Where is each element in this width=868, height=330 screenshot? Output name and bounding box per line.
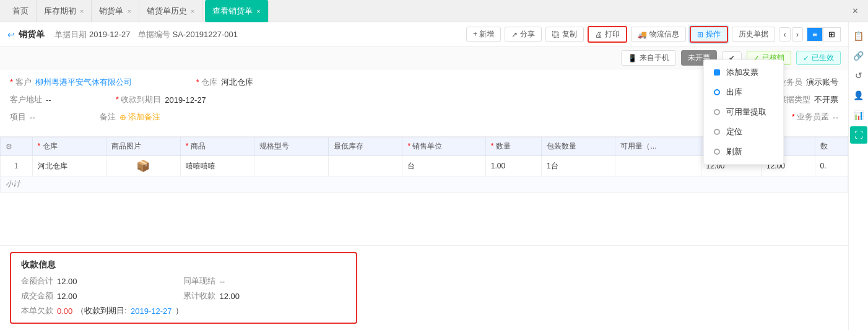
print-button[interactable]: 🖨 打印 xyxy=(588,26,627,43)
address-label: 客户地址 xyxy=(10,94,42,105)
tab-sales-order[interactable]: 销货单 × xyxy=(92,0,139,22)
next-button[interactable]: › xyxy=(792,27,803,41)
prev-button[interactable]: ‹ xyxy=(779,27,790,41)
share-icon: ↗ xyxy=(511,30,518,39)
status-2-label: 已生效 xyxy=(812,53,834,63)
dropdown-add-invoice[interactable]: 添加发票 xyxy=(704,63,783,82)
add-note-button[interactable]: ⊕ 添加备注 xyxy=(119,111,160,123)
owe-value: 0.00 xyxy=(57,306,72,316)
same-order-value: -- xyxy=(219,277,225,286)
tab-sales-close[interactable]: × xyxy=(127,7,131,15)
cumulative-label: 累计收款 xyxy=(183,290,215,302)
payment-info-title: 收款信息 xyxy=(21,259,346,271)
dropdown-outbound[interactable]: 出库 xyxy=(704,82,783,102)
address-field: 客户地址 -- xyxy=(10,94,51,105)
owe-row: 本单欠款 0.00 （收款到期日: 2019-12-27 ） xyxy=(21,305,183,316)
add-note-icon: ⊕ xyxy=(119,113,126,122)
owe-label: 本单欠款 xyxy=(21,305,53,316)
copy-label: 复制 xyxy=(562,29,577,40)
logistics-button[interactable]: 🚚 物流信息 xyxy=(631,27,686,42)
status-badge-2: ✓ 已生效 xyxy=(796,51,841,65)
outbound-label: 出库 xyxy=(726,87,742,98)
view-toggle: ≡ ⊞ xyxy=(807,27,841,41)
copy-button[interactable]: ⿻ 复制 xyxy=(545,27,584,42)
locate-icon xyxy=(713,128,721,136)
operations-button[interactable]: ⊞ 操作 xyxy=(690,26,728,43)
grid-view-button[interactable]: ⊞ xyxy=(823,27,841,41)
refresh-label: 刷新 xyxy=(726,146,742,157)
settings-icon[interactable]: ⚙ xyxy=(6,142,12,151)
dropdown-available-extract[interactable]: 可用量提取 xyxy=(704,102,783,122)
check-icon-2: ✓ xyxy=(803,54,809,63)
row-image: 📦 xyxy=(106,156,181,176)
amount-total-label: 金额合计 xyxy=(21,276,53,287)
summary-row: 小计 xyxy=(1,176,848,193)
refresh-icon xyxy=(713,147,721,156)
phone-icon: 📱 xyxy=(628,54,637,63)
due-date-value: 2019-12-27 xyxy=(165,95,206,105)
payment-info-grid: 金额合计 12.00 同单现结 -- 成交金额 12.00 累计收款 12.00 xyxy=(21,276,346,316)
col-amount: 数 xyxy=(815,137,848,156)
customer-field: 客户 柳州粤港平安气体有限公司 xyxy=(10,77,132,88)
print-label: 打印 xyxy=(605,29,620,40)
amount-total-row: 金额合计 12.00 xyxy=(21,276,183,287)
sidebar-icon-refresh[interactable]: ↺ xyxy=(850,67,867,84)
sidebar-icon-user[interactable]: 👤 xyxy=(850,87,867,104)
col-settings[interactable]: ⚙ xyxy=(1,137,33,156)
ticket-type-value: 不开票 xyxy=(814,94,838,105)
tab-view-sales[interactable]: 查看销货单 × xyxy=(205,0,268,22)
customer-label: 客户 xyxy=(10,77,32,88)
add-invoice-icon xyxy=(713,68,721,77)
row-qty: 1.00 xyxy=(485,156,541,176)
address-value: -- xyxy=(46,95,51,105)
tab-sales-history[interactable]: 销货单历史 × xyxy=(139,0,202,22)
available-extract-label: 可用量提取 xyxy=(726,106,766,118)
product-image: 📦 xyxy=(136,160,150,172)
main-toolbar: ↩ 销货单 单据日期 2019-12-27 单据编号 SA-20191227-0… xyxy=(0,22,848,47)
sidebar-icon-link[interactable]: 🔗 xyxy=(850,47,867,64)
share-button[interactable]: ↗ 分享 xyxy=(505,27,542,42)
due-date-field: 收款到期日 2019-12-27 xyxy=(116,94,206,105)
history-button[interactable]: 历史单据 xyxy=(732,27,775,42)
project-field: 项目 -- xyxy=(10,111,35,123)
from-phone-button[interactable]: 📱 来自手机 xyxy=(621,50,676,66)
col-pack-qty: 包装数量 xyxy=(541,137,615,156)
list-view-button[interactable]: ≡ xyxy=(807,27,823,41)
row-min-stock xyxy=(328,156,402,176)
tab-inventory-init[interactable]: 库存期初 × xyxy=(37,0,92,22)
dropdown-locate[interactable]: 定位 xyxy=(704,122,783,142)
tab-view-sales-close[interactable]: × xyxy=(256,7,260,15)
tab-sales-history-label: 销货单历史 xyxy=(147,6,187,17)
tab-home[interactable]: 首页 xyxy=(5,0,37,22)
tab-home-label: 首页 xyxy=(12,6,28,17)
nav-arrows: ‹ › xyxy=(779,27,803,41)
col-image: 商品图片 xyxy=(106,137,181,156)
deal-amount-label: 成交金额 xyxy=(21,290,53,302)
doc-title: 销货单 xyxy=(19,29,45,40)
logistics-icon: 🚚 xyxy=(638,30,647,39)
sidebar-icon-doc[interactable]: 📋 xyxy=(850,27,867,45)
tab-inventory-close[interactable]: × xyxy=(80,7,84,15)
sidebar-icon-expand[interactable]: ⛶ xyxy=(850,126,867,144)
tab-sales-history-close[interactable]: × xyxy=(191,7,194,15)
locate-label: 定位 xyxy=(726,126,742,137)
row-amount: 0. xyxy=(815,156,848,176)
add-button[interactable]: + 新增 xyxy=(466,27,501,42)
window-close-button[interactable]: × xyxy=(848,6,863,17)
available-extract-icon xyxy=(713,108,721,116)
project-label: 项目 xyxy=(10,111,26,123)
cumulative-row: 累计收款 12.00 xyxy=(183,290,345,302)
tab-sales-label: 销货单 xyxy=(99,6,123,17)
sidebar-icon-chart[interactable]: 📊 xyxy=(850,106,867,124)
dropdown-refresh[interactable]: 刷新 xyxy=(704,142,783,162)
number-label: 单据编号 xyxy=(138,29,170,40)
warehouse-field: 仓库 河北仓库 xyxy=(196,77,254,88)
staff-value: 演示账号 xyxy=(806,77,838,88)
customer-value[interactable]: 柳州粤港平安气体有限公司 xyxy=(35,77,132,88)
doc-meta: 单据日期 2019-12-27 单据编号 SA-20191227-001 xyxy=(54,29,238,40)
share-label: 分享 xyxy=(520,29,535,40)
print-icon: 🖨 xyxy=(595,30,602,39)
operations-dropdown: 添加发票 出库 可用量提取 定位 刷新 xyxy=(703,59,784,165)
col-min-stock: 最低库存 xyxy=(328,137,402,156)
deal-amount-value: 12.00 xyxy=(57,292,77,301)
